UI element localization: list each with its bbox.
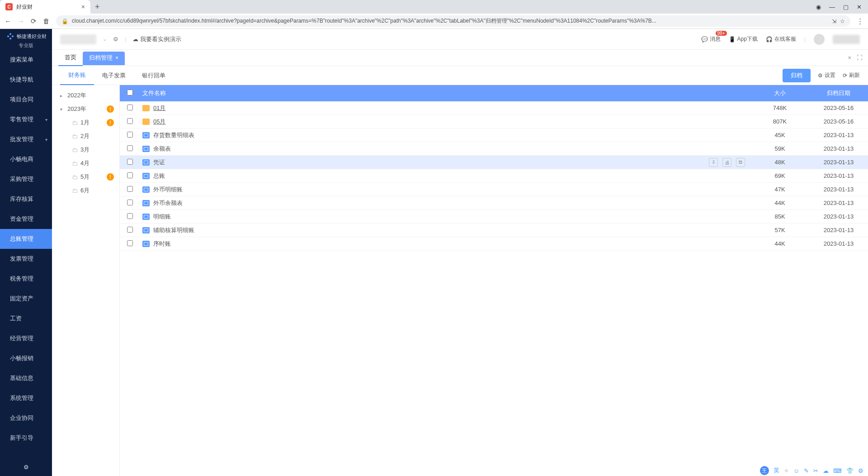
tab-home[interactable]: 首页	[58, 50, 83, 66]
ime-icon[interactable]: ☺	[793, 467, 799, 474]
sidebar-settings[interactable]: ⚙	[0, 458, 52, 476]
row-checkbox[interactable]	[127, 227, 133, 233]
table-row[interactable]: 外币明细账 47K 2023-01-13	[120, 183, 868, 196]
close-window-button[interactable]: ✕	[857, 4, 862, 10]
archive-button[interactable]: 归档	[783, 69, 811, 82]
table-row[interactable]: 辅助核算明细账 57K 2023-01-13	[120, 224, 868, 237]
table-row[interactable]: 外币余额表 44K 2023-01-13	[120, 196, 868, 210]
close-all-tabs-icon[interactable]: ×	[848, 54, 851, 61]
sidebar-item[interactable]: 工资	[0, 309, 52, 328]
table-row[interactable]: 明细账 85K 2023-01-13	[120, 210, 868, 224]
row-checkbox[interactable]	[127, 200, 133, 205]
avatar[interactable]	[814, 34, 825, 45]
sub-tab[interactable]: 财务账	[60, 66, 94, 85]
action-icon[interactable]: 🖨	[722, 158, 731, 167]
sidebar-item[interactable]: 零售管理▾	[0, 109, 52, 129]
sidebar-item[interactable]: 系统管理	[0, 388, 52, 408]
sidebar-item[interactable]: 总账管理	[0, 229, 52, 249]
sidebar-item[interactable]: 批发管理▾	[0, 129, 52, 149]
sidebar-item[interactable]: 固定资产	[0, 289, 52, 309]
messages-link[interactable]: 💬 消息	[701, 35, 721, 43]
sidebar-item[interactable]: 采购管理	[0, 169, 52, 189]
row-checkbox[interactable]	[127, 132, 133, 138]
tree-year[interactable]: ▾2023年!	[52, 102, 119, 116]
ime-icon[interactable]: ✎	[804, 467, 809, 474]
sidebar-item[interactable]: 发票管理	[0, 249, 52, 269]
tree-month[interactable]: 🗀3月	[52, 143, 119, 157]
row-checkbox[interactable]	[127, 118, 133, 124]
ime-icon[interactable]: ✂	[813, 467, 818, 474]
forward-button[interactable]: →	[18, 17, 24, 25]
ime-icon[interactable]: ☁	[823, 467, 829, 474]
sidebar-item[interactable]: 企业协同	[0, 408, 52, 428]
ime-icon[interactable]: ✧	[784, 467, 789, 474]
tab-archive[interactable]: 归档管理 ×	[83, 52, 125, 65]
customer-service-link[interactable]: 🎧 在线客服	[766, 35, 796, 43]
app-download-link[interactable]: 📱 App下载	[729, 35, 758, 43]
bookmark-icon[interactable]: ☆	[840, 18, 845, 24]
refresh-button[interactable]: ⟳ 刷新	[843, 71, 860, 79]
select-all-checkbox[interactable]	[127, 90, 133, 95]
tree-month[interactable]: 🗀1月!	[52, 116, 119, 129]
ime-logo-icon[interactable]: 王	[760, 466, 769, 475]
table-row[interactable]: 05月 807K 2023-05-16	[120, 115, 868, 129]
sidebar-item[interactable]: 税务管理	[0, 269, 52, 289]
org-selector[interactable]	[60, 34, 96, 44]
ime-lang[interactable]: 英	[774, 466, 779, 475]
action-icon[interactable]: ⧉	[736, 158, 745, 167]
ime-icon[interactable]: 👕	[846, 467, 854, 474]
maximize-button[interactable]: ▢	[843, 4, 849, 10]
url-box[interactable]: 🔒 cloud.chanjet.com/cc/u6d89qwnryel/57bf…	[56, 15, 850, 27]
table-row[interactable]: 序时账 44K 2023-01-13	[120, 237, 868, 251]
row-checkbox[interactable]	[127, 186, 133, 192]
cell-date: 2023-01-13	[809, 145, 868, 152]
settings-button[interactable]: ⚙ 设置	[818, 71, 835, 79]
tree-year[interactable]: ▸2022年	[52, 89, 119, 102]
reload-button[interactable]: ⟳	[31, 17, 37, 25]
back-button[interactable]: ←	[5, 17, 11, 25]
close-icon[interactable]: ×	[115, 55, 118, 61]
demo-link[interactable]: ☁ 我要看实例演示	[132, 35, 181, 43]
tree-month[interactable]: 🗀6月	[52, 184, 119, 197]
table-row[interactable]: 总账 69K 2023-01-13	[120, 169, 868, 183]
table-row[interactable]: 01月 748K 2023-05-16	[120, 101, 868, 115]
sidebar-item[interactable]: 资金管理	[0, 209, 52, 229]
row-checkbox[interactable]	[127, 240, 133, 246]
action-icon[interactable]: ⇩	[709, 158, 718, 167]
ime-icon[interactable]: ⌨	[833, 467, 842, 474]
gear-icon[interactable]: ⚙	[113, 36, 118, 43]
tree-month[interactable]: 🗀5月!	[52, 170, 119, 184]
browser-tab[interactable]: C 好业财 ×	[0, 0, 90, 14]
sub-tab[interactable]: 银行回单	[134, 66, 174, 85]
sidebar-item[interactable]: 新手引导	[0, 428, 52, 448]
sidebar-item[interactable]: 项目合同	[0, 90, 52, 109]
username[interactable]	[833, 35, 860, 44]
sidebar-item[interactable]: 小畅报销	[0, 348, 52, 368]
table-row[interactable]: 存货数量明细表 45K 2023-01-13	[120, 129, 868, 142]
row-checkbox[interactable]	[127, 172, 133, 178]
tree-month[interactable]: 🗀2月	[52, 129, 119, 143]
row-checkbox[interactable]	[127, 145, 133, 151]
sidebar-item[interactable]: 库存核算	[0, 189, 52, 209]
minimize-button[interactable]: —	[829, 4, 835, 10]
row-checkbox[interactable]	[127, 213, 133, 219]
sidebar-item[interactable]: 基础信息	[0, 368, 52, 388]
row-checkbox[interactable]	[127, 159, 133, 165]
sidebar-item[interactable]: 搜索菜单	[0, 50, 52, 70]
sidebar-item[interactable]: 小畅电商	[0, 149, 52, 169]
fullscreen-icon[interactable]: ⛶	[857, 54, 863, 61]
extensions-menu[interactable]: ⋮	[857, 17, 863, 25]
table-row[interactable]: 余额表 59K 2023-01-13	[120, 142, 868, 156]
sidebar-item[interactable]: 经营管理	[0, 328, 52, 348]
install-app-icon[interactable]: ⇲	[832, 18, 836, 24]
table-row[interactable]: 凭证⇩🖨⧉ 48K 2023-01-13	[120, 156, 868, 169]
chevron-down-icon[interactable]: ⌄	[103, 36, 107, 42]
new-tab-button[interactable]: +	[90, 2, 104, 12]
tab-close-icon[interactable]: ×	[81, 3, 85, 10]
ime-icon[interactable]: ⚙	[858, 467, 863, 474]
sub-tab[interactable]: 电子发票	[94, 66, 134, 85]
row-checkbox[interactable]	[127, 105, 133, 110]
delete-icon[interactable]: 🗑	[43, 17, 50, 25]
tree-month[interactable]: 🗀4月	[52, 157, 119, 170]
sidebar-item[interactable]: 快捷导航	[0, 70, 52, 90]
